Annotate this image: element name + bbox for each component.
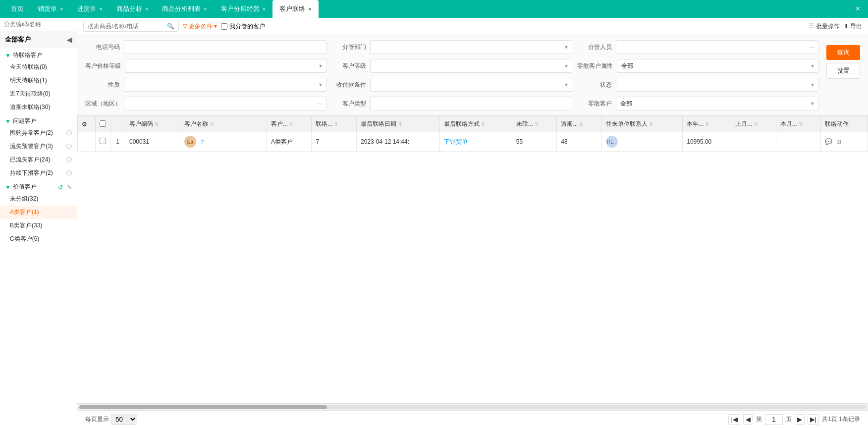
qr-icon[interactable]: ⊞ (836, 138, 841, 145)
nature-select[interactable]: ▾ (124, 78, 326, 92)
th-last-month[interactable]: 上月...⇅ (731, 116, 776, 132)
th-no-contact[interactable]: 未联...⇅ (512, 116, 556, 132)
next-page-button[interactable]: ▶ (795, 414, 805, 425)
sidebar-item-today-pending[interactable]: 今天待联络(0) (0, 60, 77, 74)
select-all-checkbox[interactable] (100, 120, 106, 127)
chat-icon[interactable]: 💬 (825, 138, 832, 145)
sidebar-item-c-class[interactable]: C类客户(6) (0, 232, 77, 246)
settings-button[interactable]: 设置 (826, 63, 860, 79)
sidebar-group-pending-contact[interactable]: ▼ 待联络客户 (0, 48, 77, 60)
retail-attr-select[interactable]: 全部 ▾ (617, 59, 818, 73)
sidebar-item-b-class[interactable]: B类客户(33) (0, 219, 77, 232)
person-input[interactable]: ··· (616, 40, 818, 54)
th-last-contact-method[interactable]: 最后联络方式⇅ (439, 116, 512, 132)
sort-unit-contact-icon[interactable]: ⇅ (649, 121, 653, 127)
payment-select[interactable]: ▾ (370, 78, 573, 92)
sidebar-collapse-icon[interactable]: ◀ (67, 36, 72, 44)
dept-select[interactable]: ▾ (370, 40, 573, 54)
th-unit-contact[interactable]: 往来单位联系人⇅ (601, 116, 682, 132)
group-pending-contact-label: 待联络客户 (13, 51, 43, 59)
sidebar-item-declining[interactable]: 持续下滑客户(2) ⓘ (0, 166, 77, 180)
page-number-input[interactable] (765, 414, 783, 425)
sidebar-item-tomorrow-pending[interactable]: 明天待联络(1) (0, 74, 77, 87)
edit-icon[interactable]: ✎ (67, 184, 72, 191)
customer-level-select[interactable]: ▾ (370, 59, 573, 73)
my-customers-checkbox-label[interactable]: 我分管的客户 (221, 22, 265, 31)
sidebar-item-7days-pending[interactable]: 近7天待联络(0) (0, 87, 77, 101)
row-last-contact-method-cell: 下销货单 (439, 132, 512, 152)
prev-page-button[interactable]: ◀ (743, 414, 753, 425)
sort-date-icon[interactable]: ⇅ (398, 121, 402, 127)
search-input[interactable] (88, 23, 167, 30)
sidebar-group-value-customers[interactable]: ▼ 价值客户 ↺ ✎ (0, 180, 77, 192)
sidebar-item-churned[interactable]: 已流失客户(24) ⓘ (0, 153, 77, 166)
nav-tab-customer-contact[interactable]: 客户联络 × (272, 0, 318, 18)
sidebar-search-input[interactable] (4, 21, 77, 28)
th-customer-name[interactable]: 客户名称⇅ (180, 116, 267, 132)
sort-method-icon[interactable]: ⇅ (481, 121, 485, 127)
sort-last-month-icon[interactable]: ⇅ (754, 121, 758, 127)
close-product-analysis-list-icon[interactable]: × (204, 6, 207, 12)
sort-contact-icon[interactable]: ⇅ (334, 121, 338, 127)
sidebar-item-churn-warning[interactable]: 流失预警客户(3) ⓘ (0, 140, 77, 153)
close-purchaseorder-icon[interactable]: × (99, 6, 102, 12)
customer-name[interactable]: ？ (199, 138, 205, 146)
status-select[interactable]: ▾ (616, 78, 818, 92)
more-filters-button[interactable]: ▽ 更多条件 ▾ (183, 22, 217, 31)
customer-type-select[interactable] (370, 97, 573, 110)
nav-home[interactable]: 首页 (4, 0, 31, 18)
nav-tab-purchaseorder[interactable]: 进货单 × (70, 0, 109, 18)
phone-input[interactable] (124, 40, 326, 54)
th-this-month[interactable]: 本月...⇅ (776, 116, 820, 132)
th-checkbox[interactable] (96, 116, 110, 132)
per-page-select[interactable]: 50 100 200 (111, 414, 137, 425)
sort-no-contact-icon[interactable]: ⇅ (535, 121, 539, 127)
sidebar-item-unclassified[interactable]: 未分组(32) (0, 192, 77, 206)
close-product-analysis-icon[interactable]: × (145, 6, 148, 12)
scrollbar-thumb[interactable] (79, 405, 327, 409)
th-customer-type[interactable]: 客户...⇅ (267, 116, 311, 132)
sort-name-icon[interactable]: ⇅ (210, 121, 214, 127)
sort-year-icon[interactable]: ⇅ (705, 121, 709, 127)
sidebar-item-overdue-contact[interactable]: 逾期未联络(30) (0, 101, 77, 114)
sidebar-group-problem-customers[interactable]: ▼ 问题客户 (0, 114, 77, 126)
th-this-year[interactable]: 本年...⇅ (683, 116, 731, 132)
th-settings[interactable]: ⚙ (78, 116, 96, 132)
close-customer-segment-icon[interactable]: × (263, 6, 266, 12)
row-code-cell[interactable]: 000031 (125, 132, 180, 152)
sort-overdue-icon[interactable]: ⇅ (579, 121, 583, 127)
sort-type-icon[interactable]: ⇅ (289, 121, 293, 127)
sidebar-all-customers-header[interactable]: 全部客户 ◀ (0, 31, 77, 48)
nav-tab-product-analysis[interactable]: 商品分析 × (109, 0, 155, 18)
close-salesorder-icon[interactable]: × (60, 6, 63, 12)
close-all-tabs-button[interactable]: × (852, 4, 864, 13)
th-customer-code[interactable]: 客户编码⇅ (125, 116, 180, 132)
nav-tab-product-analysis-list[interactable]: 商品分析列表 × (155, 0, 214, 18)
my-customers-checkbox[interactable] (221, 23, 227, 30)
search-icon[interactable]: 🔍 (167, 23, 174, 30)
export-button[interactable]: ⬆ 导出 (844, 22, 862, 31)
refresh-icon[interactable]: ↺ (58, 184, 63, 191)
query-button[interactable]: 查询 (826, 45, 860, 60)
region-input[interactable]: ··· (125, 97, 326, 110)
row-checkbox[interactable] (100, 138, 106, 144)
sort-this-month-icon[interactable]: ⇅ (799, 121, 803, 127)
batch-ops-button[interactable]: ☰ 批量操作 (809, 22, 840, 31)
th-overdue[interactable]: 逾期...⇅ (557, 116, 601, 132)
nav-tab-customer-segment[interactable]: 客户分层经营 × (214, 0, 272, 18)
first-page-button[interactable]: |◀ (728, 414, 740, 425)
sidebar-item-hoarding-abnormal[interactable]: 囤购异常客户(2) ⓘ (0, 126, 77, 140)
horizontal-scrollbar[interactable] (77, 403, 868, 410)
retail-customer-select[interactable]: 全部 ▾ (616, 97, 818, 110)
last-page-button[interactable]: ▶| (808, 414, 819, 425)
nature-label: 性质 (85, 81, 120, 89)
close-customer-contact-icon[interactable]: × (308, 6, 311, 12)
sort-code-icon[interactable]: ⇅ (155, 121, 159, 127)
th-contact[interactable]: 联络...⇅ (312, 116, 356, 132)
row-checkbox-cell[interactable] (96, 132, 110, 152)
nav-tab-salesorder[interactable]: 销货单 × (31, 0, 70, 18)
contact-method-link[interactable]: 下销货单 (444, 138, 468, 145)
th-last-contact-date[interactable]: 最后联络日期⇅ (356, 116, 439, 132)
sidebar-item-a-class[interactable]: A类客户(1) (0, 206, 77, 219)
price-level-select[interactable]: ▾ (125, 59, 326, 73)
